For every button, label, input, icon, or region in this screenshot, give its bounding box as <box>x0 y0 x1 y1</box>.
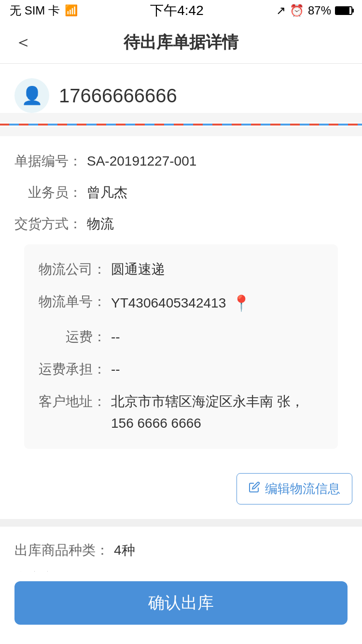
delivery-method-row: 交货方式： 物流 <box>14 213 348 235</box>
confirm-outbound-button[interactable]: 确认出库 <box>14 581 348 625</box>
address-value: 北京市市辖区海淀区永丰南 张，156 6666 6666 <box>111 391 323 434</box>
back-button[interactable]: ＜ <box>14 30 32 54</box>
alarm-icon: ⏰ <box>290 4 304 17</box>
wifi-icon: 📶 <box>65 4 78 17</box>
agent-value: 曾凡杰 <box>87 182 348 204</box>
logistics-tracking-label: 物流单号： <box>39 291 106 313</box>
freight-value: -- <box>111 326 323 348</box>
status-left: 无 SIM 卡 📶 <box>10 3 78 18</box>
order-number-row: 单据编号： SA-20191227-001 <box>14 151 348 172</box>
status-time: 下午4:42 <box>150 1 204 20</box>
edit-logistics-button[interactable]: 编辑物流信息 <box>237 473 352 504</box>
logistics-company-label: 物流公司： <box>39 259 106 280</box>
battery-text: 87% <box>308 4 331 17</box>
delivery-method-label: 交货方式： <box>14 213 82 235</box>
map-pin-icon[interactable]: 📍 <box>232 291 251 316</box>
phone-number: 17666666666 <box>59 85 177 107</box>
logistics-company-row: 物流公司： 圆通速递 <box>39 259 323 280</box>
edit-btn-row: 编辑物流信息 <box>0 463 362 519</box>
avatar-icon: 👤 <box>21 85 43 106</box>
address-label: 客户地址： <box>39 391 106 413</box>
order-number-label: 单据编号： <box>14 151 82 172</box>
header-section: 👤 17666666666 <box>0 64 362 113</box>
battery-icon <box>335 6 352 15</box>
address-row: 客户地址： 北京市市辖区海淀区永丰南 张，156 6666 6666 <box>39 391 323 434</box>
carrier-text: 无 SIM 卡 <box>10 3 60 18</box>
avatar: 👤 <box>14 78 49 113</box>
logistics-company-value: 圆通速递 <box>111 259 323 280</box>
freight-bearer-label: 运费承担： <box>39 359 106 380</box>
status-right: ↗ ⏰ 87% <box>276 4 352 17</box>
freight-row: 运费： -- <box>39 326 323 348</box>
agent-row: 业务员： 曾凡杰 <box>14 182 348 204</box>
tracking-number: YT43064053424​13 <box>111 293 226 314</box>
logistics-tracking-row: 物流单号： YT43064053424​13 📍 <box>39 291 323 316</box>
edit-logistics-label: 编辑物流信息 <box>265 480 340 497</box>
freight-bearer-row: 运费承担： -- <box>39 359 323 380</box>
confirm-btn-label: 确认出库 <box>148 592 214 614</box>
section-divider <box>0 519 362 527</box>
freight-label: 运费： <box>39 326 106 348</box>
freight-bearer-value: -- <box>111 359 323 380</box>
goods-type-label: 出库商品种类： <box>14 541 109 560</box>
nav-bar: ＜ 待出库单据详情 <box>0 21 362 64</box>
edit-icon <box>249 481 260 496</box>
goods-type-row: 出库商品种类： 4种 <box>14 541 348 560</box>
status-bar: 无 SIM 卡 📶 下午4:42 ↗ ⏰ 87% <box>0 0 362 21</box>
order-info-section: 单据编号： SA-20191227-001 业务员： 曾凡杰 交货方式： 物流 … <box>0 136 362 463</box>
order-number-value: SA-20191227-001 <box>87 151 348 172</box>
location-status-icon: ↗ <box>276 4 286 17</box>
page-title: 待出库单据详情 <box>124 31 238 54</box>
dashed-line <box>0 124 362 126</box>
goods-type-value: 4种 <box>114 541 135 560</box>
logistics-card: 物流公司： 圆通速递 物流单号： YT43064053424​13 📍 运费： … <box>24 244 338 448</box>
logistics-tracking-value: YT43064053424​13 📍 <box>111 291 323 316</box>
dashed-divider <box>0 123 362 126</box>
agent-label: 业务员： <box>14 182 82 204</box>
delivery-method-value: 物流 <box>87 213 348 235</box>
confirm-btn-wrapper: 确认出库 <box>0 572 362 644</box>
